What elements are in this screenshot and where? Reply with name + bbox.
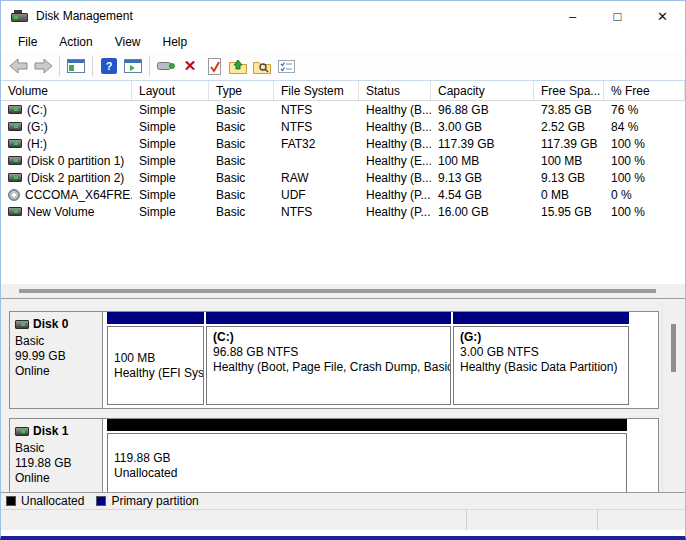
volume-row-g[interactable]: (G:) Simple Basic NTFS Healthy (B... 3.0…	[1, 118, 685, 135]
disk0-kind: Basic	[15, 334, 98, 349]
status-segment-3	[598, 510, 685, 530]
disk-management-window: Disk Management – □ ✕ File Action View H…	[0, 0, 686, 540]
partition-color-bar	[206, 312, 451, 324]
disk0-size: 99.99 GB	[15, 349, 98, 364]
forward-button[interactable]	[31, 54, 55, 78]
col-layout[interactable]: Layout	[132, 81, 209, 100]
close-button[interactable]: ✕	[640, 1, 685, 31]
disk-graph-pane: Disk 0 Basic 99.99 GB Online 100 MB Heal…	[1, 302, 685, 492]
device-icon	[157, 60, 175, 72]
volume-row-h[interactable]: (H:) Simple Basic FAT32 Healthy (B... 11…	[1, 135, 685, 152]
disk1-row: Disk 1 Basic 119.88 GB Online 119.88 GB …	[9, 418, 659, 492]
menu-bar: File Action View Help	[1, 31, 685, 52]
col-status[interactable]: Status	[359, 81, 431, 100]
disk0-partition-c[interactable]: (C:) 96.88 GB NTFS Healthy (Boot, Page F…	[206, 312, 451, 408]
disk-volume-icon	[8, 173, 22, 182]
svg-text:?: ?	[106, 60, 113, 72]
help-button[interactable]: ?	[97, 54, 121, 78]
col-file-system[interactable]: File System	[274, 81, 359, 100]
disk-volume-icon	[8, 105, 22, 114]
menu-help[interactable]: Help	[152, 33, 199, 51]
col-type[interactable]: Type	[209, 81, 274, 100]
unallocated-swatch	[6, 496, 16, 506]
menu-file[interactable]: File	[7, 33, 48, 51]
volume-row-c[interactable]: (C:) Simple Basic NTFS Healthy (B... 96.…	[1, 101, 685, 118]
menu-action[interactable]: Action	[48, 33, 103, 51]
show-console-tree-button[interactable]	[64, 54, 88, 78]
volume-list-pane: Volume Layout Type File System Status Ca…	[1, 81, 685, 298]
legend-primary-partition: Primary partition	[96, 494, 198, 508]
disk0-status: Online	[15, 364, 98, 379]
col-free-space[interactable]: Free Spa...	[534, 81, 604, 100]
window-title: Disk Management	[36, 9, 133, 23]
disk-icon	[15, 427, 29, 436]
disk1-graph: 119.88 GB Unallocated	[103, 419, 658, 492]
up-folder-icon	[229, 59, 247, 74]
volume-row-disk2-part2[interactable]: (Disk 2 partition 2) Simple Basic RAW He…	[1, 169, 685, 186]
back-button[interactable]	[7, 54, 31, 78]
disk0-row: Disk 0 Basic 99.99 GB Online 100 MB Heal…	[9, 311, 659, 409]
disk-icon	[15, 320, 29, 329]
volume-row-new-volume[interactable]: New Volume Simple Basic NTFS Healthy (P.…	[1, 203, 685, 220]
properties-button[interactable]	[202, 54, 226, 78]
back-icon	[10, 59, 28, 73]
hscrollbar-thumb[interactable]	[19, 289, 656, 293]
disk0-header[interactable]: Disk 0 Basic 99.99 GB Online	[10, 312, 103, 408]
task-list-button[interactable]	[274, 54, 298, 78]
volume-table-header: Volume Layout Type File System Status Ca…	[1, 81, 685, 101]
disk-volume-icon	[8, 139, 22, 148]
disk1-name: Disk 1	[33, 424, 68, 438]
legend-bar: Unallocated Primary partition	[1, 492, 685, 509]
disk0-name: Disk 0	[33, 317, 68, 331]
disk-volume-icon	[8, 207, 22, 216]
delete-volume-button[interactable]: ✕	[178, 54, 202, 78]
menu-view[interactable]: View	[104, 33, 152, 51]
status-segment-1	[1, 510, 467, 530]
disk1-header[interactable]: Disk 1 Basic 119.88 GB Online	[10, 419, 103, 492]
col-capacity[interactable]: Capacity	[431, 81, 534, 100]
col-volume[interactable]: Volume	[1, 81, 132, 100]
maximize-button[interactable]: □	[595, 1, 640, 31]
status-bar	[1, 509, 685, 530]
partition-color-bar	[107, 312, 204, 324]
volume-list-hscrollbar[interactable]	[1, 284, 685, 298]
disk-management-app-icon	[11, 10, 28, 23]
delete-icon: ✕	[184, 57, 197, 75]
graph-pane-vscrollbar[interactable]	[662, 302, 683, 492]
show-action-pane-button[interactable]	[121, 54, 145, 78]
disk1-status: Online	[15, 471, 98, 486]
cd-rom-icon	[8, 189, 20, 201]
col-pct-free[interactable]: % Free	[604, 81, 685, 100]
device-button[interactable]	[154, 54, 178, 78]
legend-unallocated: Unallocated	[6, 494, 84, 508]
volume-row-cccoma[interactable]: CCCOMA_X64FRE... Simple Basic UDF Health…	[1, 186, 685, 203]
minimize-button[interactable]: –	[550, 1, 595, 31]
console-tree-icon	[67, 59, 85, 73]
explore-folder-button[interactable]	[250, 54, 274, 78]
disk-volume-icon	[8, 122, 22, 131]
volume-row-disk0-part1[interactable]: (Disk 0 partition 1) Simple Basic Health…	[1, 152, 685, 169]
partition-color-bar	[453, 312, 629, 324]
volume-table-body: (C:) Simple Basic NTFS Healthy (B... 96.…	[1, 101, 685, 284]
forward-icon	[34, 59, 52, 73]
disk1-unallocated-region[interactable]: 119.88 GB Unallocated	[107, 419, 627, 492]
toolbar: ? ✕	[1, 52, 685, 81]
disk1-kind: Basic	[15, 441, 98, 456]
status-segment-2	[467, 510, 598, 530]
disk-volume-icon	[8, 156, 22, 165]
action-pane-icon	[124, 59, 142, 73]
explore-folder-icon	[253, 59, 271, 74]
disk0-graph: 100 MB Healthy (EFI Sys (C:) 96.88 GB NT…	[103, 312, 658, 408]
help-icon: ?	[101, 58, 117, 74]
primary-partition-swatch	[96, 496, 106, 506]
disk0-partition-g[interactable]: (G:) 3.00 GB NTFS Healthy (Basic Data Pa…	[453, 312, 629, 408]
title-bar: Disk Management – □ ✕	[1, 1, 685, 31]
disk0-partition-efi[interactable]: 100 MB Healthy (EFI Sys	[107, 312, 204, 408]
disk1-size: 119.88 GB	[15, 456, 98, 471]
check-document-icon	[207, 58, 222, 75]
up-folder-button[interactable]	[226, 54, 250, 78]
vscrollbar-thumb[interactable]	[671, 324, 676, 372]
partition-color-bar	[107, 419, 627, 431]
task-list-icon	[278, 60, 295, 73]
